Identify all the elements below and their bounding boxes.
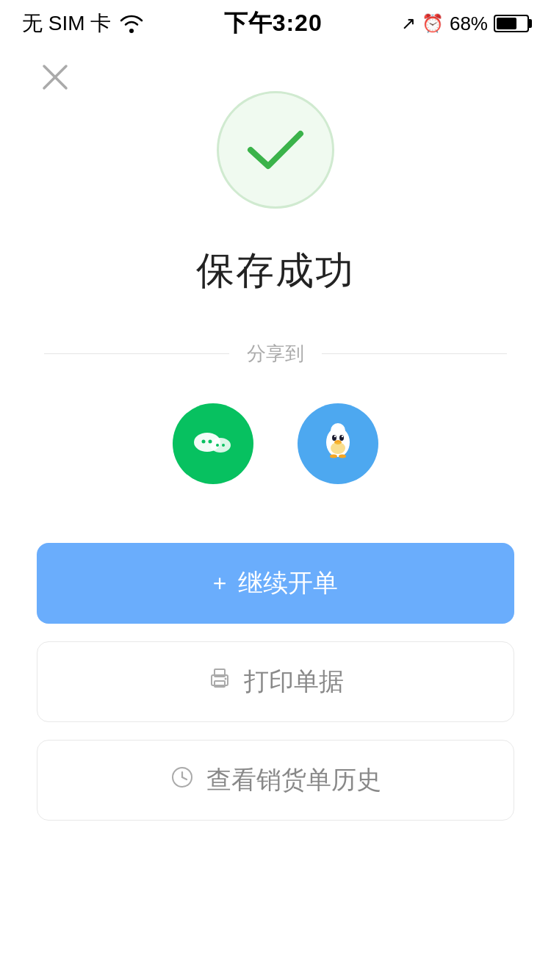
- svg-point-16: [330, 455, 337, 458]
- svg-point-11: [339, 435, 344, 441]
- alarm-icon: ⏰: [422, 13, 444, 34]
- svg-point-17: [339, 455, 346, 458]
- print-button[interactable]: 打印单据: [37, 641, 514, 722]
- svg-point-12: [334, 436, 336, 437]
- svg-point-3: [210, 438, 231, 453]
- share-icons-container: [173, 403, 378, 484]
- clock-icon: [170, 765, 195, 796]
- svg-line-24: [182, 777, 187, 779]
- history-label: 查看销货单历史: [206, 763, 381, 797]
- plus-icon: +: [213, 570, 227, 597]
- battery-fill: [497, 18, 516, 29]
- battery-percent: 68%: [450, 12, 488, 35]
- print-label: 打印单据: [244, 665, 344, 699]
- actions-container: + 继续开单 打印单据: [0, 543, 551, 821]
- main-content: 保存成功 分享到: [0, 47, 551, 821]
- svg-point-6: [216, 444, 219, 447]
- carrier-label: 无 SIM 卡: [22, 10, 111, 37]
- wechat-icon: [190, 420, 237, 467]
- status-bar: 无 SIM 卡 下午3:20 ↗ ⏰ 68%: [0, 0, 551, 47]
- checkmark-icon: [246, 128, 305, 172]
- divider-label: 分享到: [229, 341, 322, 367]
- divider-right: [322, 353, 507, 354]
- close-icon: [41, 63, 69, 91]
- svg-point-4: [202, 440, 206, 444]
- divider-section: 分享到: [0, 341, 551, 367]
- success-title: 保存成功: [196, 245, 355, 297]
- wechat-share-button[interactable]: [173, 403, 253, 484]
- svg-point-15: [331, 442, 345, 454]
- printer-icon: [207, 666, 232, 697]
- continue-button[interactable]: + 继续开单: [37, 543, 514, 624]
- svg-point-9: [331, 423, 345, 438]
- qq-share-button[interactable]: [298, 403, 378, 484]
- history-button[interactable]: 查看销货单历史: [37, 740, 514, 821]
- close-button[interactable]: [37, 59, 73, 96]
- svg-point-21: [225, 678, 227, 680]
- svg-point-13: [342, 436, 343, 437]
- svg-point-10: [332, 435, 336, 441]
- qq-icon: [314, 420, 361, 467]
- svg-point-7: [222, 444, 225, 447]
- continue-label: 继续开单: [238, 566, 338, 600]
- wifi-icon: [118, 14, 145, 33]
- divider-left: [44, 353, 229, 354]
- svg-point-5: [209, 440, 212, 444]
- battery-icon: [494, 15, 529, 32]
- status-right: ↗ ⏰ 68%: [401, 12, 529, 35]
- carrier-wifi: 无 SIM 卡: [22, 10, 145, 37]
- success-circle: [217, 91, 334, 209]
- status-time: 下午3:20: [224, 7, 323, 40]
- location-icon: ↗: [401, 13, 416, 34]
